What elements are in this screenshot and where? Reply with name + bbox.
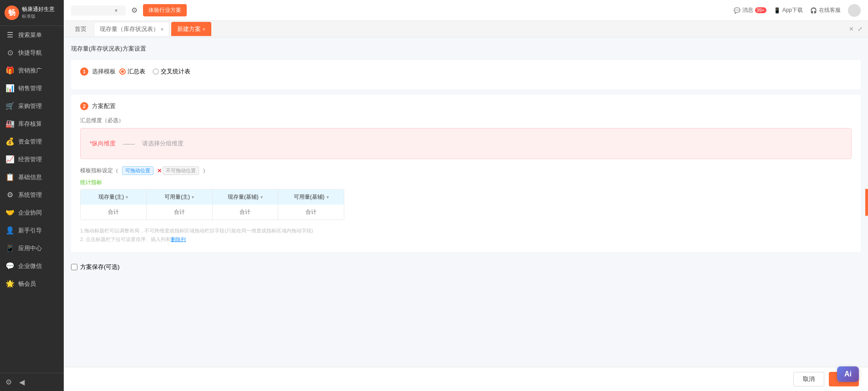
message-label: 消息 xyxy=(742,6,753,14)
sidebar-item-system[interactable]: ⚙ 系统管理 xyxy=(0,186,64,204)
sidebar-item-shortcut[interactable]: ⊙ 快捷导航 xyxy=(0,44,64,62)
tab-new-scheme-label: 新建方案 xyxy=(177,25,201,33)
tab-new-scheme[interactable]: 新建方案 × xyxy=(171,22,211,36)
nodrag-badge-container: ✕ 不可拖动位置 xyxy=(157,166,199,175)
sidebar-item-operations[interactable]: 📈 经营管理 xyxy=(0,150,64,168)
sidebar-item-purchase[interactable]: 🛒 采购管理 xyxy=(0,97,64,115)
stats-col-0-down[interactable]: ▾ xyxy=(126,195,128,200)
action-bar: 取消 查询 xyxy=(64,367,868,391)
dim-required-area[interactable]: *纵向维度 —— 请选择分组维度 xyxy=(80,128,852,159)
sidebar-nav: ☰ 搜索菜单 ⊙ 快捷导航 🎁 营销推广 📊 销售管理 🛒 采购管理 🏭 库存核… xyxy=(0,26,64,373)
sidebar-item-label-marketing: 营销推广 xyxy=(18,67,42,75)
tip-1: 1.拖动标题栏可以调整布局，不可跨维度或指标区域拖动栏目字段(只能在同一维度或指… xyxy=(80,227,852,234)
sidebar-item-warehouse[interactable]: 🏭 库存核算 xyxy=(0,115,64,133)
stats-col-3-down[interactable]: ▾ xyxy=(327,195,329,200)
sidebar-item-label-newuser: 新手引导 xyxy=(18,226,42,235)
tabs-bar: 首页 现存量（库存状况表） × 新建方案 × ✕ ⤢ xyxy=(64,21,868,37)
radio-summary-label: 汇总表 xyxy=(128,67,145,76)
message-badge: 99+ xyxy=(755,7,766,13)
sidebar-item-icon-finance: 💰 xyxy=(5,137,15,146)
stats-cell-2: 合计 xyxy=(213,205,279,220)
search-input[interactable] xyxy=(76,7,112,14)
settings-icon[interactable]: ⚙ xyxy=(5,378,12,386)
sidebar-item-icon-member: 🌟 xyxy=(5,279,15,288)
user-avatar[interactable] xyxy=(848,4,861,17)
page-title: 现存量(库存状况表)方案设置 xyxy=(71,45,861,53)
tab-inventory-label: 现存量（库存状况表） xyxy=(100,25,159,33)
stats-col-0-label: 现存量(主) xyxy=(98,193,124,201)
sidebar-item-icon-shortcut: ⊙ xyxy=(5,48,15,57)
search-dropdown-icon[interactable]: ▾ xyxy=(115,7,117,14)
radio-summary[interactable]: 汇总表 xyxy=(119,67,145,76)
nodrag-badge: 不可拖动位置 xyxy=(163,166,199,175)
topbar-gear-icon[interactable]: ⚙ xyxy=(131,6,138,15)
tab-home[interactable]: 首页 xyxy=(69,22,92,36)
industry-btn[interactable]: 体验行业方案 xyxy=(143,4,187,16)
sidebar-item-icon-purchase: 🛒 xyxy=(5,102,15,110)
tab-inventory[interactable]: 现存量（库存状况表） × xyxy=(94,22,169,36)
ai-button[interactable]: Ai xyxy=(837,366,859,382)
sidebar-item-label-warehouse: 库存核算 xyxy=(18,120,42,128)
tab-expand-icon[interactable]: ⤢ xyxy=(858,26,863,32)
main-area: ▾ ⚙ 体验行业方案 💬 消息 99+ 📱 App下载 🎧 在线客服 首页 xyxy=(64,0,868,391)
radio-cross[interactable]: 交叉统计表 xyxy=(153,67,190,76)
sidebar-item-icon-marketing: 🎁 xyxy=(5,66,15,75)
dim-field-label: *纵向维度 xyxy=(90,139,116,148)
sidebar-item-finance[interactable]: 💰 资金管理 xyxy=(0,133,64,150)
tab-collapse-icon[interactable]: ✕ xyxy=(849,26,854,32)
sidebar-item-newuser[interactable]: 👤 新手引导 xyxy=(0,221,64,239)
tab-inventory-close[interactable]: × xyxy=(161,27,163,32)
radio-cross-label: 交叉统计表 xyxy=(161,67,190,76)
topbar-message[interactable]: 💬 消息 99+ xyxy=(734,6,766,14)
topbar-app[interactable]: 📱 App下载 xyxy=(774,6,803,14)
sidebar-item-label-operations: 经营管理 xyxy=(18,155,42,164)
stats-col-2[interactable]: 现存量(基辅) ▾ xyxy=(213,190,279,205)
template-radio-group: 汇总表 交叉统计表 xyxy=(119,67,190,76)
stats-col-1[interactable]: 可用量(主) ▾ xyxy=(147,190,213,205)
sidebar-item-cooperation[interactable]: 🤝 企业协同 xyxy=(0,204,64,221)
stats-col-1-label: 可用量(主) xyxy=(164,193,190,201)
step2-section: 2 方案配置 汇总维度（必选） *纵向维度 —— 请选择分组维度 模板指标设定（… xyxy=(71,95,861,252)
topbar: ▾ ⚙ 体验行业方案 💬 消息 99+ 📱 App下载 🎧 在线客服 xyxy=(64,0,868,21)
sidebar-item-icon-operations: 📈 xyxy=(5,155,15,164)
sidebar-item-icon-system: ⚙ xyxy=(5,190,15,199)
topbar-search[interactable]: ▾ xyxy=(71,5,126,15)
sidebar-item-icon-warehouse: 🏭 xyxy=(5,119,15,128)
dim-dash: —— xyxy=(123,140,135,147)
sidebar: 畅 畅康通好生意 标准版 ☰ 搜索菜单 ⊙ 快捷导航 🎁 营销推广 📊 销售管理… xyxy=(0,0,64,391)
stats-cell-0: 合计 xyxy=(81,205,147,220)
cancel-button[interactable]: 取消 xyxy=(793,372,824,386)
topbar-service[interactable]: 🎧 在线客服 xyxy=(810,6,841,14)
sidebar-item-label-purchase: 采购管理 xyxy=(18,102,42,110)
step1-num: 1 xyxy=(80,67,88,76)
app-version: 标准版 xyxy=(22,13,55,20)
sidebar-item-wechat[interactable]: 💬 企业微信 xyxy=(0,257,64,275)
scroll-handle[interactable] xyxy=(865,189,868,216)
stats-col-1-down[interactable]: ▾ xyxy=(192,195,194,200)
sidebar-item-apps[interactable]: 📱 应用中心 xyxy=(0,239,64,257)
dim-section-label: 汇总维度（必选） xyxy=(80,117,852,124)
step2-label: 方案配置 xyxy=(92,102,116,110)
step2-num: 2 xyxy=(80,102,88,110)
dim-placeholder: 请选择分组维度 xyxy=(142,139,184,148)
sidebar-item-icon-wechat: 💬 xyxy=(5,262,15,270)
sidebar-item-member[interactable]: 🌟 畅会员 xyxy=(0,275,64,293)
delete-col-link[interactable]: 删除列 xyxy=(171,237,186,242)
stats-col-2-down[interactable]: ▾ xyxy=(260,195,263,200)
save-checkbox[interactable] xyxy=(71,264,77,270)
sidebar-items: ☰ 搜索菜单 ⊙ 快捷导航 🎁 营销推广 📊 销售管理 🛒 采购管理 🏭 库存核… xyxy=(0,26,64,293)
stats-col-0[interactable]: 现存量(主) ▾ xyxy=(81,190,147,205)
stats-col-3[interactable]: 可用量(基辅) ▾ xyxy=(278,190,344,205)
sidebar-item-sales[interactable]: 📊 销售管理 xyxy=(0,79,64,97)
tab-home-label: 首页 xyxy=(75,25,87,33)
indicator-settings: 模板指标设定（ 可拖动位置 ✕ 不可拖动位置 ） 统计指标 现存量(主) ▾ xyxy=(80,166,852,243)
tab-new-scheme-close[interactable]: × xyxy=(203,27,205,32)
app-name: 畅康通好生意 xyxy=(22,6,55,13)
tips: 1.拖动标题栏可以调整布局，不可跨维度或指标区域拖动栏目字段(只能在同一维度或指… xyxy=(80,227,852,243)
sidebar-item-marketing[interactable]: 🎁 营销推广 xyxy=(0,62,64,79)
app-label: App下载 xyxy=(782,6,803,14)
sidebar-item-info[interactable]: 📋 基础信息 xyxy=(0,168,64,186)
stats-table-body: 合计 合计 合计 合计 xyxy=(81,205,344,220)
toggle-icon[interactable]: ◀ xyxy=(19,378,25,386)
sidebar-item-search[interactable]: ☰ 搜索菜单 xyxy=(0,26,64,44)
